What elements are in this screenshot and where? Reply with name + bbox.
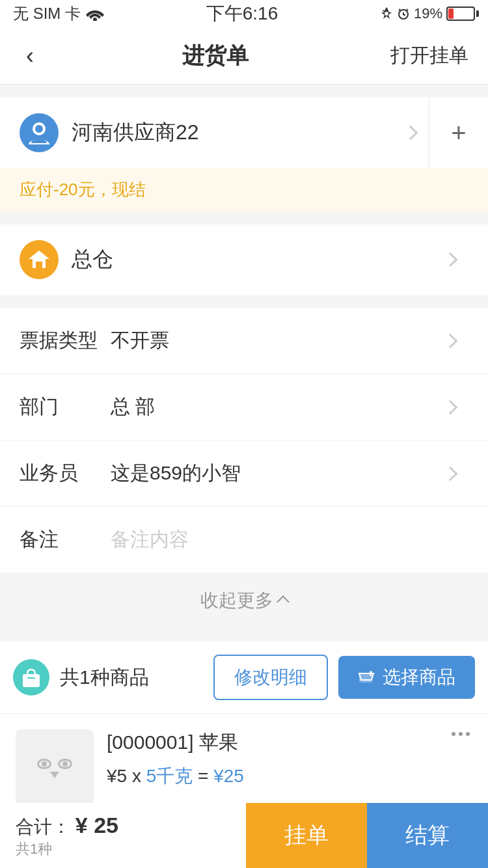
status-right: 19% bbox=[380, 5, 475, 22]
total-amount: ¥ 25 bbox=[75, 813, 118, 837]
department-value: 总 部 bbox=[111, 394, 445, 420]
chevron-right-icon bbox=[443, 400, 458, 414]
product-price: ¥5 x 5千克 = ¥25 bbox=[107, 764, 436, 789]
product-info: [0000001] 苹果 ¥5 x 5千克 = ¥25 bbox=[107, 729, 436, 789]
collapse-bar[interactable]: 收起更多 bbox=[0, 573, 488, 629]
remark-label: 备注 bbox=[20, 526, 111, 553]
salesperson-row[interactable]: 业务员 这是859的小智 bbox=[0, 441, 488, 507]
product-thumbnail bbox=[16, 729, 94, 807]
wifi-icon bbox=[86, 7, 104, 21]
salesperson-label: 业务员 bbox=[20, 460, 111, 487]
owl-logo bbox=[29, 742, 81, 794]
more-options-button[interactable] bbox=[449, 729, 472, 739]
battery-icon bbox=[446, 7, 475, 21]
department-label: 部门 bbox=[20, 394, 111, 420]
remark-row[interactable]: 备注 备注内容 bbox=[0, 507, 488, 573]
hang-button[interactable]: 挂单 bbox=[246, 803, 367, 868]
page-title: 进货单 bbox=[182, 41, 249, 71]
footer: 合计： ¥ 25 共1种 挂单 结算 bbox=[0, 803, 488, 868]
warehouse-icon bbox=[20, 240, 59, 279]
person-icon bbox=[26, 120, 52, 146]
svg-point-8 bbox=[35, 125, 43, 133]
svg-point-0 bbox=[93, 18, 97, 21]
shopping-bag-icon bbox=[20, 666, 42, 688]
product-icon bbox=[13, 659, 49, 696]
checkout-button[interactable]: 结算 bbox=[367, 803, 488, 868]
location-icon bbox=[380, 7, 393, 20]
supplier-select[interactable]: 河南供应商22 bbox=[0, 98, 429, 168]
salesperson-value: 这是859的小智 bbox=[111, 460, 445, 487]
info-banner: 应付-20元，现结 bbox=[0, 168, 488, 211]
status-carrier: 无 SIM 卡 bbox=[13, 3, 104, 24]
footer-total: 合计： ¥ 25 共1种 bbox=[0, 803, 246, 868]
supplier-section: 河南供应商22 + bbox=[0, 98, 488, 168]
svg-point-1 bbox=[385, 12, 388, 16]
product-header: 共1种商品 修改明细 选择商品 bbox=[0, 642, 488, 713]
add-supplier-button[interactable]: + bbox=[429, 98, 488, 168]
chevron-right-icon bbox=[403, 126, 418, 141]
department-row[interactable]: 部门 总 部 bbox=[0, 374, 488, 441]
invoice-type-row[interactable]: 票据类型 不开票 bbox=[0, 308, 488, 374]
warehouse-select[interactable]: 总仓 bbox=[0, 224, 488, 295]
cart-add-icon bbox=[358, 668, 376, 686]
supplier-name: 河南供应商22 bbox=[72, 118, 405, 147]
chevron-up-icon bbox=[277, 595, 290, 608]
house-icon bbox=[28, 249, 50, 271]
warehouse-name: 总仓 bbox=[72, 245, 445, 274]
svg-line-6 bbox=[407, 9, 408, 10]
total-count: 共1种 bbox=[16, 839, 230, 859]
invoice-label: 票据类型 bbox=[20, 327, 111, 354]
svg-rect-11 bbox=[36, 262, 42, 268]
invoice-value: 不开票 bbox=[111, 327, 445, 354]
chevron-right-icon bbox=[443, 333, 458, 348]
chevron-right-icon bbox=[443, 252, 458, 267]
open-hang-button[interactable]: 打开挂单 bbox=[390, 42, 468, 69]
product-name: [0000001] 苹果 bbox=[107, 729, 436, 756]
edit-detail-button[interactable]: 修改明细 bbox=[213, 655, 328, 700]
status-bar: 无 SIM 卡 下午6:16 19% bbox=[0, 0, 488, 27]
product-count: 共1种商品 bbox=[60, 664, 203, 691]
form-section: 票据类型 不开票 部门 总 部 业务员 这是859的小智 备注 备注内容 bbox=[0, 308, 488, 573]
nav-bar: ‹ 进货单 打开挂单 bbox=[0, 27, 488, 85]
avatar bbox=[20, 113, 59, 152]
remark-input[interactable]: 备注内容 bbox=[111, 526, 468, 553]
alarm-icon bbox=[397, 7, 410, 20]
svg-rect-12 bbox=[23, 674, 40, 687]
status-time: 下午6:16 bbox=[206, 1, 278, 26]
svg-marker-9 bbox=[29, 251, 49, 259]
total-label: 合计： bbox=[16, 817, 70, 837]
collapse-label: 收起更多 bbox=[200, 588, 273, 613]
chevron-right-icon bbox=[443, 466, 458, 481]
select-product-button[interactable]: 选择商品 bbox=[338, 656, 475, 699]
svg-line-5 bbox=[399, 9, 400, 10]
back-button[interactable]: ‹ bbox=[20, 36, 40, 76]
